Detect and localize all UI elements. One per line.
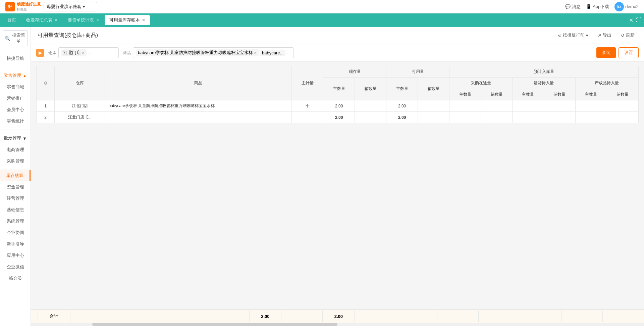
sidebar-item-retail-shop[interactable]: 零售商城 (0, 81, 31, 93)
warehouse-filter: 仓库 江北门店 ✕ ··· (48, 47, 119, 58)
chevron-up-icon: ▲ (22, 73, 27, 78)
app-icon: 📱 (586, 4, 591, 9)
top-bar-left: 好 畅捷通好生意 标准版 母婴行业演示账套 ▾ (5, 1, 97, 12)
product-tag-1-close[interactable]: ✕ (254, 51, 257, 55)
warehouse-tag-close[interactable]: ✕ (82, 51, 85, 55)
table-row: 2 江北门店【... 2.00 2.00 (37, 112, 639, 123)
row1-warehouse: 江北门店 (55, 100, 105, 112)
sidebar-item-retail-stats[interactable]: 零售统计 (0, 115, 31, 127)
tab-orders-close[interactable]: ✕ (96, 18, 99, 22)
setting-button[interactable]: 设置 (619, 47, 639, 58)
sidebar-item-system[interactable]: 系统管理 (0, 216, 31, 227)
th-available-group: 可用量 (386, 66, 449, 78)
filter-action-buttons: 查询 设置 (596, 47, 639, 58)
tab-inventory-close[interactable]: ✕ (142, 18, 145, 22)
logo-icon: 好 (5, 2, 15, 11)
warehouse-tag: 江北门店 ✕ (61, 49, 87, 56)
sidebar-item-new-guide[interactable]: 新手引导 (0, 238, 31, 250)
th-settings[interactable]: ⚙ (37, 66, 55, 100)
sidebar-item-operations[interactable]: 经营管理 (0, 193, 31, 204)
refresh-button[interactable]: ↺ 刷新 (618, 31, 637, 40)
sidebar-item-finance[interactable]: 资金管理 (0, 181, 31, 193)
query-button[interactable]: 查询 (596, 47, 616, 58)
sidebar-item-purchase[interactable]: 采购管理 (0, 155, 31, 167)
horizontal-scrollbar[interactable] (31, 323, 644, 326)
sidebar-item-member[interactable]: 会员中心 (0, 104, 31, 115)
print-button[interactable]: 🖨 按模板打印 ▾ (554, 31, 591, 40)
app-download-button[interactable]: 📱 App下载 (586, 4, 609, 10)
th-purchase-main: 主数量 (449, 89, 481, 100)
sidebar: 🔍 搜索菜单 快捷导航 零售管理 ▲ 零售商城 营销推广 会员中心 (0, 27, 31, 326)
product-input[interactable]: babycare学饮杯 儿童防摔防撞吸管杯重力球吸嘴杯宝宝水杯 ✕ babyca… (133, 47, 294, 58)
row1-unit: 个 (292, 100, 323, 112)
logo-text: 畅捷通好生意 标准版 (17, 1, 41, 12)
product-tag-1: babycare学饮杯 儿童防摔防撞吸管杯重力球吸嘴杯宝宝水杯 ✕ (136, 49, 259, 56)
sidebar-item-inventory-check[interactable]: 库存核算 (0, 170, 31, 181)
th-product: 商品 (105, 66, 292, 100)
th-incoming-aux: 辅数量 (544, 89, 575, 100)
row1-incoming-main (513, 100, 544, 112)
content-area: 可用量查询(按仓库+商品) 🖨 按模板打印 ▾ ↗ 导出 ↺ 刷新 ▶ (31, 27, 644, 326)
th-production-group: 产成品待入量 (575, 78, 638, 89)
tab-inventory[interactable]: 可用量库存账本 ✕ (105, 15, 150, 25)
row1-stock-main: 2.00 (323, 100, 355, 112)
scrollbar-thumb[interactable] (92, 323, 337, 326)
th-stock-aux: 辅数量 (355, 78, 386, 100)
sidebar-item-quick-nav[interactable]: 快捷导航 (0, 53, 31, 64)
product-tag-2: babycare... (260, 50, 285, 56)
sidebar-group-wholesale-title[interactable]: 批发管理 ▼ (0, 133, 31, 144)
sidebar-item-ecommerce[interactable]: 电商管理 (0, 144, 31, 155)
row1-stock-aux (355, 100, 386, 112)
warehouse-more-icon[interactable]: ··· (88, 50, 92, 55)
row1-purchase-aux (481, 100, 513, 112)
user-profile[interactable]: Ea demo2 (614, 2, 639, 11)
settings-icon[interactable]: ⚙ (44, 81, 48, 86)
page-actions: 🖨 按模板打印 ▾ ↗ 导出 ↺ 刷新 (554, 31, 637, 40)
top-bar: 好 畅捷通好生意 标准版 母婴行业演示账套 ▾ 💬 消息 📱 App下载 Ea … (0, 0, 644, 13)
th-available-aux: 辅数量 (418, 78, 449, 100)
row2-available-main: 2.00 (386, 112, 418, 123)
logo-area: 好 畅捷通好生意 标准版 (5, 1, 41, 12)
row2-purchase-main (449, 112, 481, 123)
tab-orders[interactable]: 要货单统计表 ✕ (63, 15, 104, 25)
top-bar-right: 💬 消息 📱 App下载 Ea demo2 (565, 2, 639, 11)
th-warehouse: 仓库 (55, 66, 105, 100)
search-menu-button[interactable]: 🔍 搜索菜单 (3, 30, 28, 46)
sidebar-search-area: 🔍 搜索菜单 (0, 27, 31, 50)
sidebar-group-retail-title[interactable]: 零售管理 ▲ (0, 70, 31, 81)
search-icon: 🔍 (5, 36, 10, 41)
page-title: 可用量查询(按仓库+商品) (38, 32, 98, 39)
tab-home[interactable]: 首页 (3, 15, 21, 25)
th-incoming-main: 主数量 (513, 89, 544, 100)
th-purchase-group: 采购在途量 (449, 78, 513, 89)
industry-selector[interactable]: 母婴行业演示账套 ▾ (44, 2, 97, 11)
avatar: Ea (614, 2, 624, 11)
message-icon: 💬 (565, 4, 571, 9)
row2-stock-aux (355, 112, 386, 123)
warehouse-label: 仓库 (48, 50, 56, 56)
sidebar-item-enterprise[interactable]: 企业协同 (0, 227, 31, 238)
footer-label: 合计 (38, 311, 70, 322)
export-button[interactable]: ↗ 导出 (595, 31, 614, 40)
tab-receipts[interactable]: 收发存汇总表 ✕ (21, 15, 62, 25)
fullscreen-icon[interactable]: ⛶ (636, 17, 641, 23)
warehouse-input[interactable]: 江北门店 ✕ ··· (58, 47, 119, 58)
table-row: 1 江北门店 babycare学饮杯 儿童防摔防撞吸管杯重力球吸嘴杯宝宝水杯 个… (37, 100, 639, 112)
th-incoming-group: 进货待入量 (513, 78, 576, 89)
print-icon: 🖨 (557, 33, 561, 38)
filter-toggle-button[interactable]: ▶ (36, 49, 44, 57)
row1-product: babycare学饮杯 儿童防摔防撞吸管杯重力球吸嘴杯宝宝水杯 (105, 100, 292, 112)
sidebar-item-enterprise-wechat[interactable]: 企业微信 (0, 261, 31, 273)
sidebar-group-retail: 零售管理 ▲ 零售商城 营销推广 会员中心 零售统计 (0, 67, 31, 130)
row2-stock-main: 2.00 (323, 112, 355, 123)
sidebar-item-basic-info[interactable]: 基础信息 (0, 204, 31, 216)
message-button[interactable]: 💬 消息 (565, 4, 581, 10)
tab-receipts-close[interactable]: ✕ (54, 18, 58, 22)
sidebar-item-member-plus[interactable]: 畅会员 (0, 273, 31, 284)
sidebar-item-app-center[interactable]: 应用中心 (0, 250, 31, 261)
product-more-icon[interactable]: ··· (287, 50, 291, 55)
row1-available-main: 2.00 (386, 100, 418, 112)
th-unit: 主计量 (292, 66, 323, 100)
close-all-icon[interactable]: ✕ (629, 17, 633, 24)
sidebar-item-marketing[interactable]: 营销推广 (0, 93, 31, 104)
